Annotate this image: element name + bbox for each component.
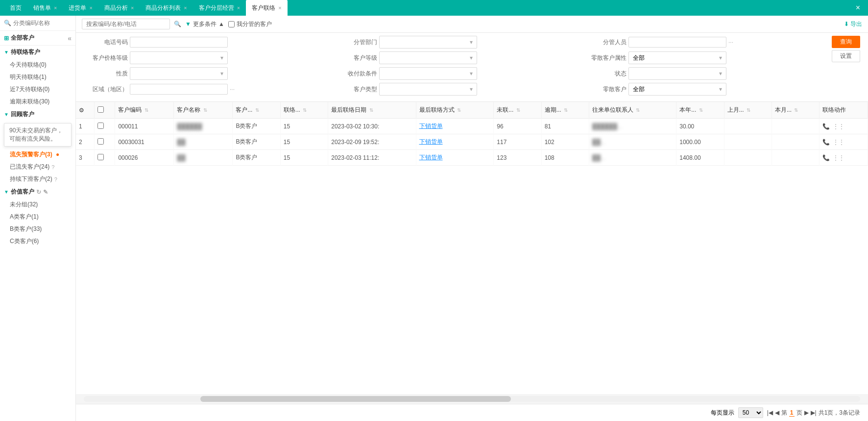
cell-checkbox[interactable]: [95, 150, 115, 166]
select-customer-type[interactable]: ▾: [379, 83, 477, 96]
close-window-btn[interactable]: ×: [852, 3, 864, 12]
sort-last-date[interactable]: ⇅: [369, 107, 373, 113]
cell-checkbox[interactable]: [95, 134, 115, 150]
dots-manager[interactable]: ···: [728, 39, 733, 46]
sidebar-group-header-pending[interactable]: ▼ 待联络客户: [0, 46, 75, 59]
select-price-level[interactable]: ▾: [130, 51, 228, 64]
close-tab-analysis[interactable]: ×: [131, 5, 134, 11]
action-more-icon[interactable]: ⋮⋮: [833, 154, 844, 161]
cell-overdue: 108: [541, 150, 589, 166]
close-tab-analysis-list[interactable]: ×: [184, 5, 187, 11]
close-tab-customer-tier[interactable]: ×: [237, 5, 240, 11]
sidebar-item-churned[interactable]: 已流失客户(24) ?: [0, 161, 75, 173]
filter-search-input[interactable]: [82, 19, 170, 29]
input-region[interactable]: [130, 84, 228, 95]
edit-icon[interactable]: ✎: [43, 189, 48, 196]
sidebar-item-churn-warning[interactable]: 流失预警客户(3) ●: [0, 149, 75, 161]
dots-region[interactable]: ···: [230, 86, 235, 93]
tab-analysis-list[interactable]: 商品分析列表 ×: [140, 0, 193, 16]
input-phone[interactable]: [130, 37, 228, 48]
sort-overdue[interactable]: ⇅: [564, 107, 568, 113]
tab-home[interactable]: 首页: [4, 0, 27, 16]
next-page-btn[interactable]: ▶: [804, 409, 809, 416]
tab-analysis[interactable]: 商品分析 ×: [98, 0, 140, 16]
row-checkbox[interactable]: [97, 138, 104, 145]
close-tab-sales[interactable]: ×: [54, 5, 57, 11]
search-btn-icon[interactable]: 🔍: [174, 21, 181, 27]
cell-type: B类客户: [233, 134, 280, 150]
col-settings[interactable]: ⚙: [76, 102, 95, 119]
all-customers-label: 全部客户: [11, 34, 34, 42]
sort-this-year[interactable]: ⇅: [699, 107, 703, 113]
select-all-checkbox[interactable]: [97, 106, 104, 113]
sort-contact[interactable]: ⇅: [303, 107, 307, 113]
select-nature[interactable]: ▾: [130, 67, 228, 80]
sidebar-search-input[interactable]: [13, 20, 76, 26]
sort-last-method[interactable]: ⇅: [457, 107, 461, 113]
tab-purchase[interactable]: 进货单 ×: [63, 0, 98, 16]
action-more-icon[interactable]: ⋮⋮: [833, 123, 844, 130]
last-page-btn[interactable]: ▶|: [811, 409, 817, 416]
action-phone-icon[interactable]: 📞: [822, 123, 830, 130]
sidebar-item-7days[interactable]: 近7天待联络(0): [0, 83, 75, 96]
col-not-contacted: 未联... ⇅: [494, 102, 541, 119]
col-checkbox[interactable]: [95, 102, 115, 119]
settings-btn[interactable]: 设置: [832, 50, 860, 62]
refresh-icon[interactable]: ↻: [36, 189, 41, 196]
more-conditions-btn[interactable]: ▼ 更多条件 ▲: [185, 20, 224, 28]
export-btn[interactable]: ⬇ 导出: [844, 20, 862, 28]
select-payment[interactable]: ▾: [379, 67, 477, 80]
tab-sales[interactable]: 销售单 ×: [27, 0, 63, 16]
last-method-link[interactable]: 下销货单: [419, 138, 443, 145]
sort-last-month[interactable]: ⇅: [747, 107, 750, 113]
query-btn[interactable]: 查询: [832, 36, 860, 48]
sidebar-all-customers[interactable]: ⊞ 全部客户 «: [0, 31, 75, 46]
cell-contact-person: ██...: [589, 134, 676, 150]
close-tab-purchase[interactable]: ×: [89, 5, 92, 11]
sidebar-item-declining[interactable]: 持续下滑客户(2) ?: [0, 173, 75, 185]
col-last-date: 最后联络日期 ⇅: [328, 102, 416, 119]
sidebar-item-ungrouped[interactable]: 未分组(32): [0, 198, 75, 211]
my-customers-checkbox[interactable]: [228, 21, 235, 27]
sort-this-month[interactable]: ⇅: [794, 107, 798, 113]
select-retail[interactable]: 全部 ▾: [628, 83, 726, 96]
scrollbar-thumb[interactable]: [200, 396, 511, 402]
sidebar-item-today[interactable]: 今天待联络(0): [0, 59, 75, 71]
action-phone-icon[interactable]: 📞: [822, 139, 830, 146]
close-tab-customer-contact[interactable]: ×: [278, 5, 281, 11]
sidebar-group-header-review[interactable]: ▼ 回顾客户: [0, 108, 75, 121]
horizontal-scrollbar[interactable]: [84, 396, 860, 402]
input-manager[interactable]: [628, 37, 726, 48]
action-more-icon[interactable]: ⋮⋮: [833, 139, 844, 146]
sidebar-item-a-class[interactable]: A类客户(1): [0, 211, 75, 223]
tab-customer-contact[interactable]: 客户联络 ×: [246, 0, 287, 16]
sort-code[interactable]: ⇅: [145, 107, 148, 113]
sidebar-item-overdue[interactable]: 逾期未联络(30): [0, 96, 75, 108]
cell-name: ██████: [174, 119, 233, 134]
action-phone-icon[interactable]: 📞: [822, 154, 830, 161]
sort-contact-person[interactable]: ⇅: [636, 107, 640, 113]
select-status[interactable]: ▾: [628, 67, 726, 80]
caret-nature: ▾: [220, 70, 223, 77]
sort-not-contacted[interactable]: ⇅: [516, 107, 520, 113]
per-page-select[interactable]: 50 100 200: [738, 407, 763, 418]
my-customers-checkbox-label[interactable]: 我分管的客户: [228, 20, 272, 28]
select-customer-level[interactable]: ▾: [379, 51, 477, 64]
label-price-level: 客户价格等级: [84, 54, 128, 62]
sort-type[interactable]: ⇅: [255, 107, 259, 113]
prev-page-btn[interactable]: ◀: [775, 409, 779, 416]
last-method-link[interactable]: 下销货单: [419, 123, 443, 129]
select-dept[interactable]: ▾: [379, 36, 477, 49]
sidebar-item-c-class[interactable]: C类客户(6): [0, 235, 75, 248]
tab-customer-tier[interactable]: 客户分层经营 ×: [193, 0, 246, 16]
sidebar-item-b-class[interactable]: B类客户(33): [0, 223, 75, 235]
row-checkbox[interactable]: [97, 123, 104, 129]
row-checkbox[interactable]: [97, 154, 104, 160]
sort-name[interactable]: ⇅: [203, 107, 207, 113]
select-retail-attr[interactable]: 全部 ▾: [628, 51, 726, 64]
sidebar-item-tomorrow[interactable]: 明天待联络(1): [0, 71, 75, 83]
cell-checkbox[interactable]: [95, 119, 115, 134]
sidebar-group-header-value[interactable]: ▼ 价值客户 ↻ ✎: [0, 185, 75, 198]
last-method-link[interactable]: 下销货单: [419, 154, 443, 161]
first-page-btn[interactable]: |◀: [767, 409, 773, 416]
